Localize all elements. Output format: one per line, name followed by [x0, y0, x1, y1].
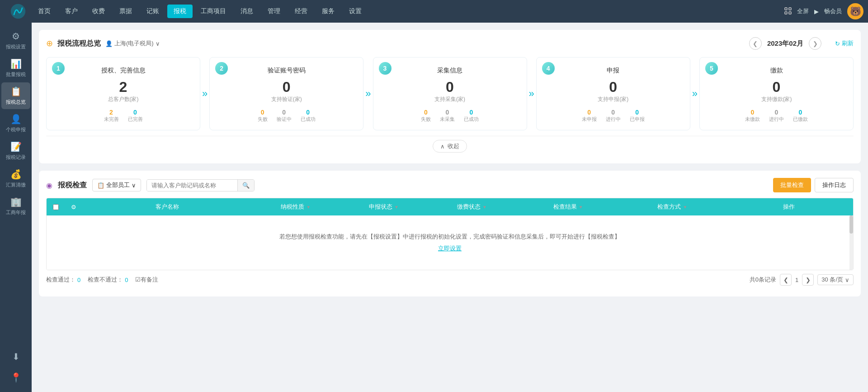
nav-home[interactable]: 首页: [32, 5, 57, 18]
pagination: 共0条记录 ❮ 1 ❯ 30 条/页 ∨: [750, 274, 854, 286]
svg-rect-4: [789, 12, 791, 14]
th-pay-status[interactable]: 缴费状态 ▼: [428, 198, 516, 215]
nav-manage[interactable]: 管理: [261, 5, 287, 18]
empty-hint: 若您想使用报税检查功能，请先在【报税设置】中进行报税的初始化设置，完成密码验证和…: [279, 231, 620, 254]
prev-month-btn[interactable]: ❮: [749, 37, 762, 50]
step-5-stat-1-val: 0: [769, 109, 784, 116]
sidebar-item-tax-record[interactable]: 📝 报税记录: [1, 138, 30, 164]
process-title: 报税流程总览: [57, 39, 101, 48]
staff-select[interactable]: 📋 全部员工 ∨: [92, 179, 141, 191]
check-header-right: 批量检查 操作日志: [773, 178, 854, 192]
refresh-btn[interactable]: ↻ 刷新: [835, 39, 854, 48]
month-nav: ❮ 2023年02月 ❯: [749, 37, 821, 50]
step-4-stat-0[interactable]: 0 未申报: [582, 109, 597, 123]
th-declare-status[interactable]: 申报状态 ▼: [340, 198, 428, 215]
sidebar-location[interactable]: 📍: [1, 368, 30, 387]
th-result-label: 检查结果: [553, 203, 577, 211]
th-check[interactable]: [47, 198, 65, 215]
step-5-stat-0-val: 0: [745, 109, 760, 116]
step-5-stat-2[interactable]: 0 已缴款: [793, 109, 808, 123]
vip-label[interactable]: 畅会员: [824, 7, 842, 15]
step-1-stat-1-lbl: 已完善: [128, 116, 143, 123]
nav-settings[interactable]: 设置: [343, 5, 368, 18]
fullscreen-btn[interactable]: [784, 7, 792, 16]
check-fail-count[interactable]: 0: [125, 277, 128, 283]
select-all-checkbox[interactable]: [53, 204, 59, 210]
check-fail-label: 检查不通过：: [88, 276, 123, 284]
step-5-stat-2-lbl: 已缴款: [793, 116, 808, 123]
step-3-title: 采集信息: [381, 67, 519, 75]
sidebar-item-personal-tax[interactable]: 👤 个税申报: [1, 110, 30, 137]
nav-operation[interactable]: 经营: [288, 5, 314, 18]
sidebar-item-annual-report[interactable]: 🏢 工商年报: [1, 193, 30, 220]
current-month: 2023年02月: [767, 39, 803, 48]
prev-page-btn[interactable]: ❮: [780, 274, 792, 286]
step-4-stat-2[interactable]: 0 已申报: [630, 109, 645, 123]
nav-invoice[interactable]: 票据: [113, 5, 138, 18]
filter-pay-icon: ▼: [482, 205, 487, 210]
step-1-stats: 2 未完善 0 已完善: [54, 109, 193, 123]
nav-tax[interactable]: 报税: [167, 5, 193, 18]
search-button[interactable]: 🔍: [237, 180, 254, 191]
step-4-stat-0-lbl: 未申报: [582, 116, 597, 123]
step-3-stat-2[interactable]: 0 已成功: [464, 109, 479, 123]
refresh-icon: ↻: [835, 40, 840, 47]
operation-log-btn[interactable]: 操作日志: [815, 178, 854, 192]
nav-business[interactable]: 工商项目: [194, 5, 232, 18]
step-3-stat-1-val: 0: [440, 109, 455, 116]
sidebar-item-batch-tax[interactable]: 📊 批量报税: [1, 55, 30, 81]
search-icon: 🔍: [242, 182, 250, 189]
step-3-stat-2-lbl: 已成功: [464, 116, 479, 123]
step-1-stat-1[interactable]: 0 已完善: [128, 109, 143, 123]
step-1-num: 1: [52, 62, 65, 75]
fullscreen-label[interactable]: 全屏: [797, 7, 809, 15]
sidebar-item-tax-settings[interactable]: ⚙ 报税设置: [1, 27, 30, 54]
nav-message[interactable]: 消息: [234, 5, 259, 18]
step-3-stat-0[interactable]: 0 失败: [421, 109, 431, 123]
step-4-count: 0: [544, 78, 683, 96]
check-pass-count[interactable]: 0: [77, 277, 80, 283]
step-4-stat-1[interactable]: 0 进行中: [606, 109, 621, 123]
sidebar-item-settlement[interactable]: 💰 汇算清缴: [1, 165, 30, 192]
sidebar-label-settlement: 汇算清缴: [6, 182, 26, 188]
th-check-method[interactable]: 检查方式 ▼: [620, 198, 725, 215]
step-1-stat-0-lbl: 未完善: [104, 116, 119, 123]
nav-service[interactable]: 服务: [316, 5, 341, 18]
svg-rect-3: [785, 12, 787, 14]
th-gear[interactable]: ⚙: [65, 198, 83, 215]
step-5-stat-0[interactable]: 0 未缴款: [745, 109, 760, 123]
nav-fee[interactable]: 收费: [86, 5, 111, 18]
nav-customer[interactable]: 客户: [59, 5, 84, 18]
sidebar-download[interactable]: ⬇: [1, 348, 30, 366]
step-4-stat-2-lbl: 已申报: [630, 116, 645, 123]
th-tax-nature[interactable]: 纳税性质 ▼: [252, 198, 340, 215]
step-1-stat-0[interactable]: 2 未完善: [104, 109, 119, 123]
empty-hint-link[interactable]: 立即设置: [438, 245, 462, 252]
search-input[interactable]: [147, 180, 237, 191]
next-page-btn[interactable]: ❯: [802, 274, 814, 286]
step-2-stat-0[interactable]: 0 失败: [258, 109, 268, 123]
tax-record-icon: 📝: [10, 141, 22, 152]
nav-bookkeeping[interactable]: 记账: [140, 5, 165, 18]
step-2-stat-2[interactable]: 0 已成功: [301, 109, 316, 123]
arrow-4: »: [690, 57, 699, 130]
step-3-stat-1[interactable]: 0 未采集: [440, 109, 455, 123]
step-4-title: 申报: [544, 67, 683, 75]
scrollbar[interactable]: [849, 215, 853, 270]
step-4-stat-1-lbl: 进行中: [606, 116, 621, 123]
sidebar-label-personal-tax: 个税申报: [6, 126, 26, 133]
collapse-btn[interactable]: ∧ 收起: [433, 140, 467, 153]
sidebar-item-tax-overview[interactable]: 📋 报税总览: [1, 82, 30, 109]
step-1-title: 授权、完善信息: [54, 67, 193, 75]
batch-check-btn[interactable]: 批量检查: [773, 178, 811, 192]
location-icon-tag: 👤: [105, 40, 113, 47]
step-5-subtitle: 支持缴款(家): [707, 96, 846, 103]
remark-label: ☑有备注: [135, 276, 158, 284]
next-month-btn[interactable]: ❯: [809, 37, 821, 50]
per-page-select[interactable]: 30 条/页 ∨: [817, 274, 854, 285]
scroll-thumb[interactable]: [849, 215, 853, 234]
step-5-stat-1[interactable]: 0 进行中: [769, 109, 784, 123]
location-tag[interactable]: 👤 上海(电子税局) ∨: [105, 39, 160, 48]
step-2-stat-1[interactable]: 0 验证中: [277, 109, 292, 123]
th-check-result[interactable]: 检查结果 ▼: [516, 198, 620, 215]
